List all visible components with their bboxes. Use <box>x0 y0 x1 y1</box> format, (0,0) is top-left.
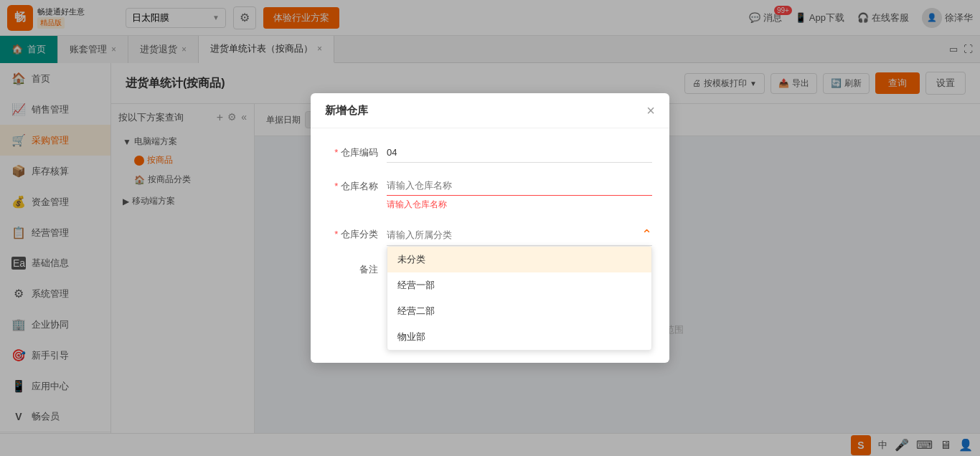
form-row-code: * 仓库编码 <box>328 143 652 163</box>
classify-label: * 仓库分类 <box>328 224 378 241</box>
code-input[interactable] <box>387 143 652 163</box>
classify-required-star: * <box>334 229 338 239</box>
code-field <box>387 143 652 163</box>
name-error-msg: 请输入仓库名称 <box>387 199 652 211</box>
classify-field: ⌃ 未分类 经营一部 经营二部 物业部 <box>387 224 652 246</box>
note-label: 备注 <box>328 259 378 276</box>
dropdown-item-unclassified[interactable]: 未分类 <box>387 247 651 272</box>
classify-dropdown: 未分类 经营一部 经营二部 物业部 <box>387 246 652 351</box>
dialog-body: * 仓库编码 * 仓库名称 请输入仓库名称 <box>311 128 669 317</box>
classify-input[interactable] <box>387 228 641 242</box>
overlay[interactable]: 新增仓库 × * 仓库编码 * 仓库名称 <box>0 0 980 456</box>
classify-input-row: ⌃ <box>387 224 652 246</box>
dialog-title: 新增仓库 <box>325 104 368 118</box>
dropdown-item-dept2[interactable]: 经营二部 <box>387 298 651 324</box>
dialog-close-icon[interactable]: × <box>646 103 655 118</box>
required-star: * <box>334 147 338 158</box>
form-row-classify: * 仓库分类 ⌃ 未分类 经营一部 经营二部 物业部 <box>328 224 652 246</box>
form-row-name: * 仓库名称 请输入仓库名称 <box>328 176 652 211</box>
name-input[interactable] <box>387 176 652 196</box>
name-label: * 仓库名称 <box>328 176 378 193</box>
dialog-header: 新增仓库 × <box>311 93 669 128</box>
code-label: * 仓库编码 <box>328 146 378 159</box>
dialog: 新增仓库 × * 仓库编码 * 仓库名称 <box>311 93 669 363</box>
name-required-star: * <box>334 181 338 191</box>
dropdown-item-dept1[interactable]: 经营一部 <box>387 272 651 298</box>
name-field: 请输入仓库名称 <box>387 176 652 211</box>
dropdown-item-property[interactable]: 物业部 <box>387 324 651 350</box>
classify-arrow-icon[interactable]: ⌃ <box>641 227 652 242</box>
